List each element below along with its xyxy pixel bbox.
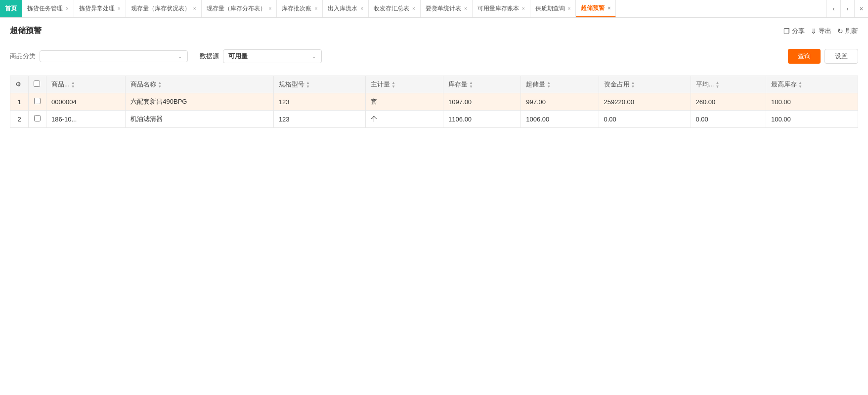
cell-product-name: 机油滤清器 [126,111,274,128]
refresh-icon: ↻ [837,27,843,35]
sort-icon: ▲▼ [158,81,162,89]
close-icon[interactable]: × [66,6,69,11]
col-max-stock: 最高库存▲▼ [766,76,858,93]
nav-prev-button[interactable]: ‹ [826,0,840,17]
export-icon: ⇓ [811,27,817,35]
close-icon[interactable]: × [360,6,363,11]
select-all-checkbox[interactable] [34,80,40,87]
col-avg: 平均...▲▼ [691,76,766,93]
cell-unit: 个 [365,111,443,128]
sort-icon: ▲▼ [798,81,802,89]
cell-product-name: 六配套新昌490BPG [126,93,274,111]
nav-home[interactable]: 首页 [0,0,22,17]
row-checkbox-cell [29,111,46,128]
sort-icon: ▲▼ [631,81,635,89]
cell-spec: 123 [273,111,365,128]
table-header-row: ⚙ 商品...▲▼ 商品名称▲▼ 规格型号▲▼ 主计量▲▼ 库 [10,76,858,93]
nav-arrows: ‹ › × [826,0,868,17]
category-filter: 商品分类 ⌄ [10,50,188,62]
settings-button[interactable]: 设置 [825,49,858,64]
sort-icon: ▲▼ [306,81,310,89]
cell-spec: 123 [273,93,365,111]
share-icon: ❐ [783,27,790,35]
close-icon[interactable]: × [193,6,196,11]
col-stock: 库存量▲▼ [443,76,521,93]
row-checkbox[interactable] [34,98,41,104]
nav-tab-churukuliushui[interactable]: 出入库流水 × [323,0,369,17]
datasource-label: 数据源 [200,52,219,61]
cell-overflow: 1006.00 [521,111,599,128]
refresh-button[interactable]: ↻ 刷新 [837,27,858,36]
cell-max-stock: 100.00 [766,111,858,128]
cell-capital: 259220.00 [599,93,691,111]
col-capital: 资金占用▲▼ [599,76,691,93]
cell-overflow: 997.00 [521,93,599,111]
row-index: 2 [10,111,29,128]
sort-icon: ▲▼ [547,81,551,89]
row-index: 1 [10,93,29,111]
datasource-value: 可用量 [228,52,248,61]
nav-tab-chaochuyujing[interactable]: 超储预警 × [576,0,616,17]
query-button[interactable]: 查询 [788,49,821,64]
table-row: 2 186-10... 机油滤清器 123 个 1106.00 1006.00 … [10,111,858,128]
page-header: 超储预警 ❐ 分享 ⇓ 导出 ↻ 刷新 [10,26,858,36]
checkbox-header [29,76,46,93]
cell-stock: 1106.00 [443,111,521,128]
nav-tab-xiancunliang1[interactable]: 现存量（库存状况表） × [126,0,202,17]
gear-icon[interactable]: ⚙ [15,80,23,88]
nav-more-button[interactable]: × [854,0,868,17]
table-row: 1 0000004 六配套新昌490BPG 123 套 1097.00 997.… [10,93,858,111]
settings-header: ⚙ [10,76,29,93]
close-icon[interactable]: × [412,6,415,11]
nav-tab-keyongliang[interactable]: 可用量库存账本 × [473,0,530,17]
close-icon[interactable]: × [269,6,272,11]
close-icon[interactable]: × [522,6,525,11]
nav-tab-yaohuo[interactable]: 要货单统计表 × [421,0,473,17]
col-product-name: 商品名称▲▼ [126,76,274,93]
sort-icon: ▲▼ [391,81,395,89]
col-overflow: 超储量▲▼ [521,76,599,93]
cell-product-code: 0000004 [46,93,126,111]
header-actions: ❐ 分享 ⇓ 导出 ↻ 刷新 [783,27,858,36]
top-nav: 首页 拣货任务管理 × 拣货异常处理 × 现存量（库存状况表） × 现存量（库存… [0,0,868,18]
nav-tab-baozhi[interactable]: 保质期查询 × [530,0,576,17]
row-checkbox[interactable] [34,115,41,121]
close-icon[interactable]: × [314,6,317,11]
close-icon[interactable]: × [118,6,121,11]
nav-tab-jianhuorenwuguanli[interactable]: 拣货任务管理 × [22,0,74,17]
datasource-filter: 数据源 可用量 ⌄ [200,49,322,63]
row-checkbox-cell [29,93,46,111]
category-label: 商品分类 [10,52,36,61]
cell-product-code: 186-10... [46,111,126,128]
nav-tab-kucunpicizh[interactable]: 库存批次账 × [277,0,323,17]
filter-bar: 商品分类 ⌄ 数据源 可用量 ⌄ 查询 设置 [10,44,858,69]
page-title: 超储预警 [10,26,42,36]
col-spec: 规格型号▲▼ [273,76,365,93]
category-select[interactable]: ⌄ [40,50,188,62]
data-table: ⚙ 商品...▲▼ 商品名称▲▼ 规格型号▲▼ 主计量▲▼ 库 [10,76,858,128]
col-product-code: 商品...▲▼ [46,76,126,93]
filter-buttons: 查询 设置 [788,49,858,64]
export-button[interactable]: ⇓ 导出 [811,27,831,36]
nav-tab-shofazong[interactable]: 收发存汇总表 × [369,0,421,17]
close-icon[interactable]: × [608,5,610,11]
nav-tab-jianhuoyichangchuli[interactable]: 拣货异常处理 × [74,0,126,17]
col-unit: 主计量▲▼ [365,76,443,93]
close-icon[interactable]: × [464,6,467,11]
cell-max-stock: 100.00 [766,93,858,111]
chevron-down-icon: ⌄ [177,53,182,60]
datasource-select[interactable]: 可用量 ⌄ [223,49,322,63]
cell-avg: 260.00 [691,93,766,111]
chevron-down-icon: ⌄ [311,53,316,60]
cell-stock: 1097.00 [443,93,521,111]
close-icon[interactable]: × [568,6,571,11]
cell-unit: 套 [365,93,443,111]
cell-avg: 0.00 [691,111,766,128]
nav-next-button[interactable]: › [840,0,854,17]
nav-tab-xiancunliang2[interactable]: 现存量（库存分布表） × [202,0,277,17]
share-button[interactable]: ❐ 分享 [783,27,805,36]
page-content: 超储预警 ❐ 分享 ⇓ 导出 ↻ 刷新 商品分类 ⌄ 数据源 [0,18,868,395]
sort-icon: ▲▼ [469,81,473,89]
sort-icon: ▲▼ [71,81,75,89]
sort-icon: ▲▼ [715,81,719,89]
